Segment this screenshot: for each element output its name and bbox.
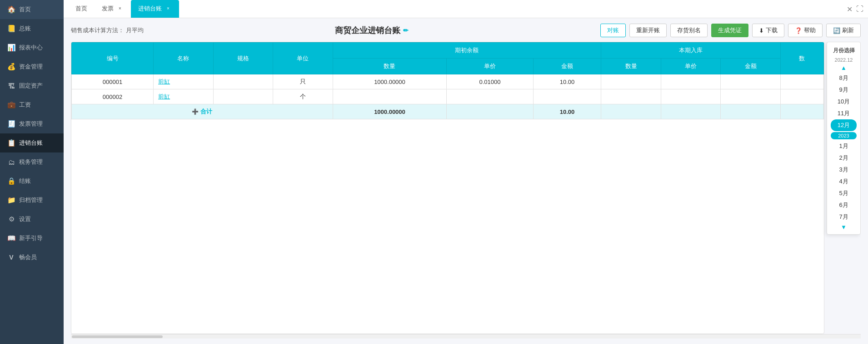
- table-row: 000001 前缸 只 1000.00000 0.01000 10.00: [72, 74, 824, 89]
- table-row: 000002 前缸 个: [72, 89, 824, 104]
- cost-method-label: 销售成本计算方法：: [71, 27, 124, 34]
- save-alias-label: 存货别名: [677, 26, 701, 34]
- help-label: 帮助: [804, 26, 816, 34]
- inventory-table-container: 编号 名称 规格 单位 期初余额 本期入库 数 数量 单价 金额 数: [71, 42, 824, 334]
- col-header-name: 名称: [154, 43, 213, 74]
- horizontal-scrollbar[interactable]: [71, 334, 861, 339]
- sidebar-item-inventory[interactable]: 📋 进销台账: [0, 133, 64, 152]
- month-item-1[interactable]: 1月: [827, 140, 860, 152]
- row2-open-amount: [533, 89, 601, 104]
- sidebar-item-fixed-assets[interactable]: 🏗 固定资产: [0, 76, 64, 95]
- month-item-10[interactable]: 10月: [827, 96, 860, 108]
- ledger-icon: 📒: [7, 25, 15, 33]
- sidebar-item-home[interactable]: 🏠 首页: [0, 0, 64, 19]
- minimize-button[interactable]: ✕: [847, 5, 853, 13]
- tab-inventory-close[interactable]: ×: [165, 5, 172, 12]
- generate-voucher-label: 生成凭证: [718, 26, 742, 34]
- total-label: 合计: [200, 108, 212, 116]
- total-in-price: [661, 104, 720, 119]
- month-item-7[interactable]: 7月: [827, 211, 860, 223]
- col-sub-in-amount: 金额: [721, 59, 780, 74]
- sidebar-item-label: 总账: [19, 25, 31, 33]
- sidebar-item-label: 畅会员: [19, 253, 37, 261]
- archive-icon: 📁: [7, 196, 15, 204]
- month-item-3[interactable]: 3月: [827, 164, 860, 176]
- sidebar-item-payroll[interactable]: 💼 工资: [0, 95, 64, 114]
- row2-in-price: [661, 89, 720, 104]
- col-sub-open-amount: 金额: [533, 59, 601, 74]
- member-icon: V: [7, 254, 15, 261]
- sidebar-item-close[interactable]: 🔒 结账: [0, 172, 64, 191]
- maximize-button[interactable]: ⛶: [856, 5, 863, 13]
- sidebar-item-label: 税务管理: [19, 158, 43, 166]
- page-title: 商贸企业进销台账 ✏: [335, 25, 409, 36]
- sidebar-item-label: 归档管理: [19, 196, 43, 204]
- sidebar-item-label: 进销台账: [19, 139, 43, 147]
- window-controls: ✕ ⛶: [847, 5, 863, 13]
- month-item-12[interactable]: 12月: [831, 119, 857, 131]
- month-item-5[interactable]: 5月: [827, 187, 860, 199]
- month-item-11[interactable]: 11月: [827, 108, 860, 119]
- sidebar-item-settings[interactable]: ⚙ 设置: [0, 210, 64, 229]
- edit-title-icon[interactable]: ✏: [403, 27, 409, 34]
- sidebar-item-reports[interactable]: 📊 报表中心: [0, 38, 64, 57]
- row1-open-qty: 1000.00000: [333, 74, 447, 89]
- row1-in-amount: [721, 74, 780, 89]
- sidebar-item-label: 资金管理: [19, 63, 43, 71]
- sidebar-item-guide[interactable]: 📖 新手引导: [0, 229, 64, 248]
- generate-voucher-button[interactable]: 生成凭证: [711, 24, 748, 37]
- payroll-icon: 💼: [7, 101, 15, 109]
- row1-in-price: [661, 74, 720, 89]
- cost-method-value: 月平均: [126, 27, 144, 34]
- tab-home[interactable]: 首页: [68, 0, 95, 18]
- sidebar-item-label: 首页: [19, 5, 31, 14]
- row2-spec: [213, 89, 273, 104]
- scrollbar-thumb[interactable]: [72, 335, 163, 338]
- row1-open-amount: 10.00: [533, 74, 601, 89]
- sidebar: 🏠 首页 📒 总账 📊 报表中心 💰 资金管理 🏗 固定资产 💼 工资 🧾 发票…: [0, 0, 64, 344]
- col-header-code: 编号: [72, 43, 154, 74]
- month-scroll-up[interactable]: ▲: [827, 64, 860, 72]
- reopen-button[interactable]: 重新开账: [629, 24, 667, 37]
- sidebar-item-label: 报表中心: [19, 44, 43, 52]
- year-2023-label: 2023: [831, 132, 857, 139]
- row2-open-qty: [333, 89, 447, 104]
- title-bar: 销售成本计算方法： 月平均 商贸企业进销台账 ✏ 对账 重新开账 存货别名 生成…: [71, 24, 861, 37]
- tab-invoice[interactable]: 发票 ×: [95, 0, 131, 18]
- col-sub-in-qty: 数量: [601, 59, 661, 74]
- tax-icon: 🗂: [7, 158, 15, 166]
- duizhang-button[interactable]: 对账: [600, 24, 626, 37]
- tab-invoice-close[interactable]: ×: [116, 5, 124, 12]
- home-icon: 🏠: [7, 5, 15, 14]
- month-item-4[interactable]: 4月: [827, 176, 860, 187]
- save-alias-button[interactable]: 存货别名: [670, 24, 708, 37]
- tab-inventory-ledger[interactable]: 进销台账 ×: [131, 0, 179, 18]
- sidebar-item-finance[interactable]: 💰 资金管理: [0, 57, 64, 76]
- month-item-9[interactable]: 9月: [827, 84, 860, 96]
- total-open-qty: 1000.00000: [333, 104, 447, 119]
- cost-method: 销售成本计算方法： 月平均: [71, 26, 144, 34]
- month-item-2[interactable]: 2月: [827, 152, 860, 164]
- row1-code: 000001: [72, 74, 154, 89]
- sidebar-item-tax[interactable]: 🗂 税务管理: [0, 152, 64, 172]
- refresh-button[interactable]: 🔄 刷新: [826, 24, 861, 37]
- help-button[interactable]: ❓ 帮助: [788, 24, 823, 37]
- total-open-price: [447, 104, 533, 119]
- total-in-amount: [721, 104, 780, 119]
- month-item-6[interactable]: 6月: [827, 199, 860, 211]
- row2-open-price: [447, 89, 533, 104]
- sidebar-item-archive[interactable]: 📁 归档管理: [0, 191, 64, 210]
- row1-spec: [213, 74, 273, 89]
- col-sub-in-price: 单价: [661, 59, 720, 74]
- month-item-8[interactable]: 8月: [827, 72, 860, 84]
- download-button[interactable]: ⬇ 下载: [752, 24, 784, 37]
- sidebar-item-label: 新手引导: [19, 234, 43, 242]
- sidebar-item-label: 固定资产: [19, 82, 43, 90]
- sidebar-item-label: 工资: [19, 101, 31, 109]
- sidebar-item-invoice-mgmt[interactable]: 🧾 发票管理: [0, 114, 64, 133]
- sidebar-item-general-ledger[interactable]: 📒 总账: [0, 19, 64, 38]
- total-more: [780, 104, 823, 119]
- row1-in-qty: [601, 74, 661, 89]
- month-scroll-down[interactable]: ▼: [827, 223, 860, 231]
- sidebar-item-member[interactable]: V 畅会员: [0, 248, 64, 267]
